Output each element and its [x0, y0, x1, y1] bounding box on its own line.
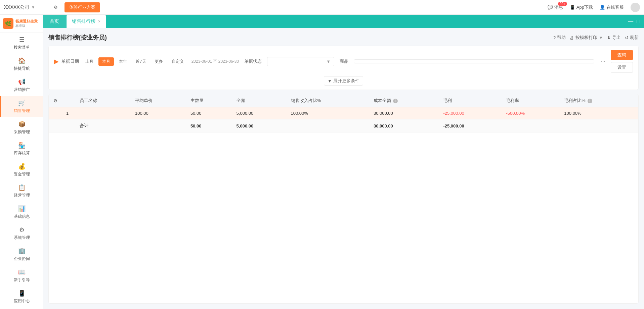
footer-total-label: 合计 [76, 119, 131, 133]
settings-button[interactable]: 设置 [611, 62, 633, 73]
col-sales-pct: 销售收入占比% [287, 94, 370, 107]
sidebar-item-basic-info[interactable]: 📊 基础信息 [0, 202, 43, 223]
page-content: 销售排行榜(按业务员) ? 帮助 🖨 按模板打印 ▼ ⬇ 导出 [43, 28, 644, 309]
inventory-icon: 🏪 [18, 142, 26, 149]
sidebar-item-operations[interactable]: 📋 经营管理 [0, 181, 43, 202]
tab-sales-ranking[interactable]: 销售排行榜 × [67, 15, 106, 28]
company-selector[interactable]: XXXXX公司 ▼ [4, 4, 51, 10]
goods-filter-label: 商品 [340, 58, 348, 64]
export-button[interactable]: ⬇ 导出 [607, 35, 621, 41]
col-profit-pct: 毛利占比% i [560, 94, 638, 107]
col-rank [62, 94, 76, 107]
logo-sub: 标准版 [15, 23, 38, 28]
date-pills: 上月 本月 本年 近7天 更多 自定义 [82, 57, 187, 66]
status-select[interactable]: ▼ [267, 57, 334, 66]
tab-minimize-icon[interactable]: — [628, 18, 633, 24]
row-avg-price: 100.00 [131, 107, 186, 119]
goods-select[interactable] [354, 59, 594, 63]
page-actions: ? 帮助 🖨 按模板打印 ▼ ⬇ 导出 ↺ 刷新 [553, 35, 639, 41]
sidebar-item-enterprise[interactable]: 🏢 企业协同 [0, 244, 43, 265]
online-service-btn[interactable]: 👤 在线客服 [600, 4, 624, 10]
refresh-icon: ↺ [625, 35, 629, 40]
filter-bar: ▶ 单据日期 上月 本月 本年 近7天 更多 自定义 2023-06-01 至 … [48, 46, 639, 90]
app-download-label: App下载 [576, 4, 593, 10]
user-avatar[interactable] [631, 3, 640, 12]
logo-icon: 🌿 [3, 18, 13, 29]
sidebar-item-label-guide: 新手引导 [14, 277, 30, 283]
col-settings[interactable]: ⚙ [49, 94, 62, 107]
header-right: 💬 消息 99+ 📱 App下载 👤 在线客服 [548, 3, 640, 12]
logo-text: 畅康通好生意 [15, 19, 38, 23]
refresh-label: 刷新 [630, 35, 639, 41]
sidebar-item-label-inventory: 库存核算 [14, 150, 30, 156]
sidebar-item-label-appcenter: 应用中心 [14, 298, 30, 304]
messages-btn[interactable]: 💬 消息 99+ [548, 4, 563, 10]
page-header: 销售排行榜(按业务员) ? 帮助 🖨 按模板打印 ▼ ⬇ 导出 [48, 34, 639, 42]
table-row: 1 100.00 50.00 5,000.00 100.00% 30,000.0… [49, 107, 638, 119]
table-footer-row: 合计 50.00 5,000.00 30,000.00 -25,000.00 [49, 119, 638, 133]
online-service-label: 在线客服 [606, 4, 624, 10]
more-filters-icon[interactable]: ··· [601, 58, 605, 64]
collapse-toggle[interactable]: ▶ [54, 58, 59, 65]
sidebar-item-label-purchase: 采购管理 [14, 129, 30, 135]
sidebar-item-wechat[interactable]: 💬 企业微信 [0, 307, 43, 309]
footer-avg-price [131, 119, 186, 133]
date-pill-this-month[interactable]: 本月 [98, 57, 114, 66]
col-cost: 成本全额 i [370, 94, 439, 107]
footer-settings-cell [49, 119, 62, 133]
col-name: 员工名称 [76, 94, 131, 107]
sidebar-item-quick-nav[interactable]: 🏠 快捷导航 [0, 54, 43, 75]
sidebar-item-label-quicknav: 快捷导航 [14, 66, 30, 71]
refresh-button[interactable]: ↺ 刷新 [625, 35, 639, 41]
sidebar-item-search[interactable]: ☰ 搜索菜单 [0, 33, 43, 54]
footer-profit: -25,000.00 [439, 119, 502, 133]
sidebar-item-finance[interactable]: 💰 资金管理 [0, 159, 43, 181]
print-label: 按模板打印 [575, 35, 597, 41]
sidebar: 🌿 畅康通好生意 标准版 ☰ 搜索菜单 🏠 快捷导航 📢 营销推广 🛒 销售管理… [0, 15, 43, 309]
date-pill-this-year[interactable]: 本年 [115, 57, 131, 66]
footer-sales-pct [287, 119, 370, 133]
sidebar-item-label-finance: 资金管理 [14, 171, 30, 177]
print-button[interactable]: 🖨 按模板打印 ▼ [570, 35, 603, 41]
profit-pct-info-icon[interactable]: i [588, 99, 592, 103]
sidebar-item-label-sales: 销售管理 [14, 108, 30, 114]
sidebar-item-app-center[interactable]: 📱 应用中心 [0, 286, 43, 307]
sidebar-item-sales[interactable]: 🛒 销售管理 [0, 96, 43, 117]
ranking-table: ⚙ 员工名称 平均单价 主数量 全额 销售收入占比% 成本全额 i 毛利 [49, 94, 638, 133]
help-icon: ? [553, 35, 556, 40]
sidebar-item-purchase[interactable]: 📦 采购管理 [0, 117, 43, 138]
tab-home[interactable]: 首页 [43, 15, 66, 28]
cost-info-icon[interactable]: i [393, 99, 398, 103]
purchase-icon: 📦 [18, 120, 26, 128]
date-pill-last-month[interactable]: 上月 [82, 57, 97, 66]
main-content: 首页 销售排行榜 × — □ 销售排行榜(按业务员) ? 帮助 [43, 15, 644, 309]
operations-icon: 📋 [18, 184, 26, 191]
sidebar-item-label-search: 搜索菜单 [14, 45, 30, 50]
col-profit: 毛利 [439, 94, 502, 107]
sidebar-item-system[interactable]: ⚙ 系统管理 [0, 223, 43, 244]
tab-bar: 首页 销售排行榜 × — □ [43, 15, 644, 28]
top-header: XXXXX公司 ▼ ⚙ 体验行业方案 💬 消息 99+ 📱 App下载 👤 在线… [0, 0, 644, 15]
tab-close-icon[interactable]: × [98, 19, 100, 24]
app-download-btn[interactable]: 📱 App下载 [570, 4, 593, 10]
export-label: 导出 [612, 35, 621, 41]
expand-button[interactable]: ▼ 展开更多条件 [324, 76, 363, 86]
basic-info-icon: 📊 [18, 205, 26, 212]
tab-maximize-icon[interactable]: □ [637, 18, 640, 24]
date-filter-group: ▶ 单据日期 上月 本月 本年 近7天 更多 自定义 2023-06-01 至 … [54, 57, 239, 66]
footer-cost: 30,000.00 [370, 119, 439, 133]
print-chevron-icon: ▼ [599, 35, 603, 40]
date-pill-custom[interactable]: 自定义 [168, 57, 187, 66]
data-table: ⚙ 员工名称 平均单价 主数量 全额 销售收入占比% 成本全额 i 毛利 [48, 94, 639, 304]
sidebar-item-marketing[interactable]: 📢 营销推广 [0, 75, 43, 96]
date-pill-7days[interactable]: 近7天 [132, 57, 150, 66]
settings-icon[interactable]: ⚙ [51, 3, 60, 12]
help-button[interactable]: ? 帮助 [553, 35, 566, 41]
date-pill-more[interactable]: 更多 [151, 57, 167, 66]
trial-button[interactable]: 体验行业方案 [65, 2, 100, 12]
sidebar-item-guide[interactable]: 📖 新手引导 [0, 265, 43, 286]
sidebar-item-inventory[interactable]: 🏪 库存核算 [0, 138, 43, 159]
company-chevron-icon: ▼ [31, 5, 35, 10]
date-filter-label: 单据日期 [61, 58, 79, 64]
query-button[interactable]: 查询 [611, 50, 633, 60]
